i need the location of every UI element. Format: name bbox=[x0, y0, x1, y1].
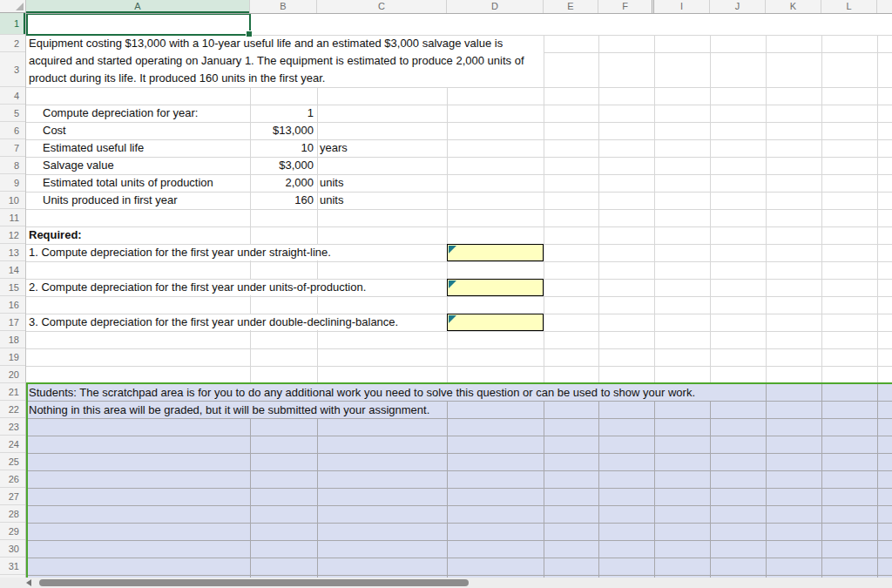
scratchpad-text-line-2[interactable]: Nothing in this area will be graded, but… bbox=[29, 402, 429, 418]
column-header-e[interactable]: E bbox=[544, 0, 598, 13]
fact-unit[interactable]: years bbox=[320, 139, 348, 157]
fact-value[interactable]: 2,000 bbox=[226, 174, 314, 192]
row-header[interactable]: 23 bbox=[0, 418, 25, 436]
row-header[interactable]: 29 bbox=[0, 523, 25, 540]
answer-cell-1[interactable] bbox=[447, 244, 544, 261]
gridline bbox=[710, 384, 711, 578]
column-header-j[interactable]: J bbox=[710, 0, 766, 13]
row-header[interactable]: 14 bbox=[0, 261, 25, 279]
column-header-c[interactable]: C bbox=[317, 0, 447, 13]
fact-label[interactable]: Compute depreciation for year: bbox=[43, 105, 198, 122]
row-header[interactable]: 3 bbox=[0, 52, 25, 87]
fact-value[interactable]: 160 bbox=[226, 192, 314, 209]
required-item-2[interactable]: 2. Compute depreciation for the first ye… bbox=[29, 279, 366, 296]
gridline bbox=[27, 540, 892, 541]
row-header[interactable]: 11 bbox=[0, 209, 25, 226]
required-item-1[interactable]: 1. Compute depreciation for the first ye… bbox=[29, 244, 331, 261]
fact-value[interactable]: $3,000 bbox=[226, 157, 314, 174]
row-headers: 1234567891011121314151617181920212223242… bbox=[0, 13, 26, 578]
answer-cell-3[interactable] bbox=[447, 314, 544, 331]
fact-label[interactable]: Salvage value bbox=[43, 157, 114, 174]
gridline bbox=[26, 87, 892, 88]
column-header-a[interactable]: A bbox=[26, 0, 250, 13]
gridline bbox=[26, 122, 892, 123]
column-header-l[interactable]: L bbox=[821, 0, 877, 13]
required-item-3[interactable]: 3. Compute depreciation for the first ye… bbox=[29, 314, 398, 331]
row-header[interactable]: 17 bbox=[0, 314, 25, 331]
gridline bbox=[766, 384, 767, 578]
fact-value[interactable]: 1 bbox=[226, 105, 314, 122]
gridline bbox=[877, 384, 878, 578]
gridline bbox=[654, 384, 655, 578]
row-header[interactable]: 19 bbox=[0, 348, 25, 366]
required-heading[interactable]: Required: bbox=[29, 226, 82, 244]
row-header[interactable]: 1 bbox=[0, 13, 25, 35]
fact-value[interactable]: $13,000 bbox=[226, 122, 314, 139]
row-header[interactable]: 16 bbox=[0, 296, 25, 314]
fact-label[interactable]: Estimated useful life bbox=[43, 139, 144, 157]
fact-label[interactable]: Units produced in first year bbox=[43, 192, 178, 209]
row-header[interactable]: 2 bbox=[0, 35, 25, 52]
problem-text-line-1[interactable]: Equipment costing $13,000 with a 10-year… bbox=[29, 35, 503, 52]
row-header[interactable]: 25 bbox=[0, 453, 25, 470]
row-header[interactable]: 24 bbox=[0, 436, 25, 453]
row-header[interactable]: 26 bbox=[0, 470, 25, 488]
row-header[interactable]: 27 bbox=[0, 488, 25, 505]
problem-text-line-3[interactable]: product during its life. It produced 160… bbox=[29, 70, 325, 87]
gridline bbox=[26, 261, 892, 262]
row-header[interactable]: 8 bbox=[0, 157, 25, 174]
row-header[interactable]: 9 bbox=[0, 174, 25, 192]
column-header-d[interactable]: D bbox=[447, 0, 544, 13]
gridline bbox=[27, 436, 892, 436]
row-header[interactable]: 15 bbox=[0, 279, 25, 296]
row-header[interactable]: 28 bbox=[0, 505, 25, 523]
gridline bbox=[26, 348, 892, 349]
gridline bbox=[26, 226, 892, 227]
fact-unit[interactable]: units bbox=[320, 192, 343, 209]
row-header[interactable]: 20 bbox=[0, 366, 25, 383]
fill-handle[interactable] bbox=[246, 30, 253, 37]
row-header[interactable]: 12 bbox=[0, 226, 25, 244]
gridline bbox=[27, 453, 892, 454]
scroll-left-arrow-icon[interactable] bbox=[26, 579, 31, 586]
row-header[interactable]: 22 bbox=[0, 401, 25, 418]
fact-unit[interactable]: units bbox=[320, 174, 343, 192]
horizontal-scrollbar[interactable] bbox=[0, 578, 892, 588]
row-header[interactable]: 18 bbox=[0, 331, 25, 348]
row-header[interactable]: 30 bbox=[0, 540, 25, 558]
gridline bbox=[544, 52, 892, 53]
row-header[interactable]: 6 bbox=[0, 122, 25, 139]
gridline bbox=[26, 296, 892, 297]
column-header-i[interactable]: I bbox=[654, 0, 710, 13]
column-header-k[interactable]: K bbox=[766, 0, 821, 13]
column-headers: A B C D E F I J K L bbox=[26, 0, 892, 14]
column-header-partial[interactable] bbox=[877, 0, 892, 13]
row-header[interactable]: 5 bbox=[0, 105, 25, 122]
gridline bbox=[447, 87, 448, 382]
scrollbar-thumb[interactable] bbox=[39, 579, 469, 586]
gridline bbox=[27, 488, 892, 489]
scratchpad-text-line-1[interactable]: Students: The scratchpad area is for you… bbox=[29, 384, 695, 401]
answer-cell-2[interactable] bbox=[447, 279, 544, 296]
answer-flag-icon bbox=[449, 246, 456, 253]
row-header[interactable]: 21 bbox=[0, 383, 25, 401]
row-header[interactable]: 4 bbox=[0, 87, 25, 105]
row-header[interactable]: 31 bbox=[0, 558, 25, 575]
select-all-button[interactable] bbox=[0, 0, 26, 13]
gridline bbox=[27, 470, 892, 471]
gridline bbox=[598, 384, 599, 578]
gridline bbox=[27, 558, 892, 558]
column-header-f[interactable]: F bbox=[598, 0, 654, 13]
gridline bbox=[317, 87, 318, 382]
fact-label[interactable]: Estimated total units of production bbox=[43, 174, 213, 192]
fact-value[interactable]: 10 bbox=[226, 139, 314, 157]
selected-cell-a1[interactable] bbox=[26, 13, 251, 36]
row-header[interactable]: 7 bbox=[0, 139, 25, 157]
fact-label[interactable]: Cost bbox=[43, 122, 66, 139]
problem-text-line-2[interactable]: acquired and started operating on Januar… bbox=[29, 52, 524, 70]
answer-flag-icon bbox=[449, 280, 456, 288]
column-header-b[interactable]: B bbox=[250, 0, 317, 13]
row-header[interactable]: 13 bbox=[0, 244, 25, 261]
row-header[interactable]: 10 bbox=[0, 192, 25, 209]
gridline bbox=[821, 384, 822, 578]
